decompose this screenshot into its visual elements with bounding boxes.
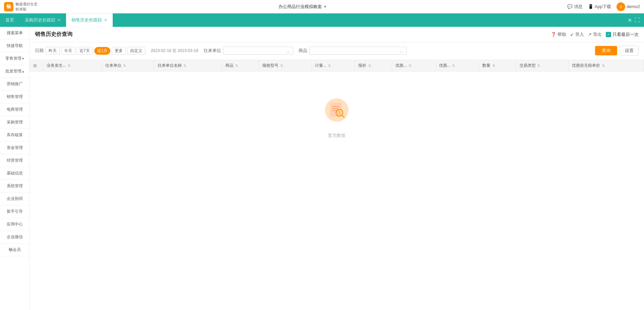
partner-input-dots[interactable]: ... bbox=[286, 48, 290, 53]
th-biz-date: 业务发生... ⇅ bbox=[43, 60, 102, 71]
sidebar-item-search-menu[interactable]: 搜索菜单 bbox=[0, 27, 29, 40]
sidebar-item-purchase-mgmt[interactable]: 采购管理 bbox=[0, 116, 29, 129]
empty-image: ? bbox=[322, 98, 352, 128]
partner-filter: 往来单位 ... bbox=[204, 47, 293, 55]
th-discount1: 优惠... ⇅ bbox=[392, 60, 436, 71]
checkbox-icon: ✓ bbox=[606, 32, 611, 37]
sidebar-item-member[interactable]: 畅会员 bbox=[0, 244, 29, 256]
sidebar-item-inventory[interactable]: 库存核算 bbox=[0, 129, 29, 142]
tab-purchase-history[interactable]: 采购历史价跟踪 ✕ bbox=[19, 13, 66, 27]
dropdown-arrow-icon[interactable]: ▾ bbox=[324, 4, 326, 9]
tab-purchase-close-icon[interactable]: ✕ bbox=[57, 18, 61, 22]
tab-sales-close-icon[interactable]: ✕ bbox=[104, 18, 107, 22]
sort-discount2-icon[interactable]: ⇅ bbox=[452, 64, 455, 67]
user-area[interactable]: d demo2 bbox=[616, 2, 640, 11]
tab-sales-history-label: 销售历史价跟踪 bbox=[71, 17, 102, 23]
tab-home-label: 首页 bbox=[5, 17, 14, 23]
tab-home[interactable]: 首页 bbox=[0, 13, 19, 27]
th-price: 报价 ⇅ bbox=[355, 60, 392, 71]
th-partner-code: 往来单位 ⇅ bbox=[102, 60, 154, 71]
sidebar-item-ops-mgmt[interactable]: 经营管理 bbox=[0, 154, 29, 167]
avatar: d bbox=[616, 2, 625, 11]
sort-qty-icon[interactable]: ⇅ bbox=[492, 64, 495, 67]
date-btn-more[interactable]: 更多 bbox=[112, 47, 126, 55]
product-filter: 商品 ... bbox=[299, 47, 407, 55]
setting-button[interactable]: 设置 bbox=[620, 46, 639, 56]
app-download-btn[interactable]: 📱 App下载 bbox=[588, 4, 611, 10]
empty-state: ? 暂无数据 bbox=[30, 71, 644, 165]
svg-text:?: ? bbox=[338, 111, 340, 115]
page-header: 销售历史价查询 ❓ 帮助 ↙ 导入 ↗ 导出 ✓ bbox=[30, 27, 644, 42]
last-once-checkbox-item[interactable]: ✓ 只看最后一次 bbox=[606, 32, 639, 38]
empty-illustration: ? bbox=[327, 100, 347, 120]
tab-sales-history[interactable]: 销售历史价跟踪 ✕ bbox=[66, 13, 113, 27]
sidebar-item-guide[interactable]: 新手引导 bbox=[0, 205, 29, 218]
table-header: ⚙ 业务发生... ⇅ 往来单位 ⇅ 往来单位名称 ⇅ bbox=[30, 60, 644, 71]
date-btn-today[interactable]: 今天 bbox=[61, 47, 75, 55]
sidebar-item-basic-info[interactable]: 基础信息 bbox=[0, 167, 29, 180]
app-label: App下载 bbox=[595, 4, 611, 10]
partner-input-wrapper: ... bbox=[223, 47, 293, 55]
message-label: 消息 bbox=[574, 4, 583, 10]
sidebar-item-ecomm-mgmt[interactable]: 电商管理 bbox=[0, 103, 29, 116]
product-input-dots[interactable]: ... bbox=[399, 48, 404, 53]
sort-partner-name-icon[interactable]: ⇅ bbox=[183, 64, 186, 67]
top-bar: 畅 畅捷通好生意 标准版 办公用品行业模拟账套 ▾ 💬 消息 📱 App下载 d… bbox=[0, 0, 644, 13]
table-body: ? 暂无数据 bbox=[30, 71, 644, 166]
help-icon: ❓ bbox=[551, 32, 556, 37]
sidebar-item-sys-mgmt[interactable]: 系统管理 bbox=[0, 180, 29, 193]
top-bar-center: 办公用品行业模拟账套 ▾ bbox=[278, 4, 326, 10]
query-button[interactable]: 查询 bbox=[595, 46, 617, 55]
empty-text: 暂无数据 bbox=[328, 133, 345, 139]
sort-biz-date-icon[interactable]: ⇅ bbox=[68, 64, 70, 67]
sort-price-icon[interactable]: ⇅ bbox=[368, 64, 371, 67]
sidebar-item-marketing[interactable]: 营销推广 bbox=[0, 78, 29, 91]
sidebar-item-wholesale-mgmt[interactable]: 批发管理 ▴ bbox=[0, 65, 29, 78]
sidebar-item-retail-mgmt[interactable]: 零售管理 ▾ bbox=[0, 52, 29, 65]
sidebar-item-enterprise-coop[interactable]: 企业协同 bbox=[0, 193, 29, 205]
date-btn-yesterday[interactable]: 昨天 bbox=[46, 47, 60, 55]
sort-trade-type-icon[interactable]: ⇅ bbox=[537, 64, 540, 67]
import-label: 导入 bbox=[575, 32, 584, 38]
date-btn-last7[interactable]: 近7天 bbox=[76, 47, 93, 55]
product-input-wrapper: ... bbox=[309, 47, 407, 55]
sidebar-item-sales-mgmt[interactable]: 销售管理 bbox=[0, 91, 29, 103]
sort-discount1-icon[interactable]: ⇅ bbox=[409, 64, 411, 67]
partner-input[interactable] bbox=[226, 48, 286, 53]
help-btn[interactable]: ❓ 帮助 bbox=[551, 32, 566, 38]
message-btn[interactable]: 💬 消息 bbox=[567, 4, 583, 10]
filter-row: 日期 昨天 今天 近7天 近1月 更多 自定义 2023-02-18 至 202… bbox=[35, 46, 639, 56]
tab-bar-actions: ✕ ⛶ bbox=[628, 17, 644, 23]
help-label: 帮助 bbox=[557, 32, 566, 38]
gear-icon[interactable]: ⚙ bbox=[33, 63, 37, 68]
date-btn-last1m[interactable]: 近1月 bbox=[94, 47, 111, 55]
import-icon: ↙ bbox=[570, 32, 574, 37]
data-table: ⚙ 业务发生... ⇅ 往来单位 ⇅ 往来单位名称 ⇅ bbox=[30, 60, 644, 165]
date-filter-label: 日期 bbox=[35, 48, 44, 54]
date-buttons: 昨天 今天 近7天 近1月 更多 自定义 bbox=[46, 47, 145, 55]
table-container: ⚙ 业务发生... ⇅ 往来单位 ⇅ 往来单位名称 ⇅ bbox=[30, 60, 644, 310]
sidebar-item-quick-nav[interactable]: 快捷导航 bbox=[0, 40, 29, 52]
export-label: 导出 bbox=[593, 32, 602, 38]
th-unit: 计量... ⇅ bbox=[311, 60, 355, 71]
product-input[interactable] bbox=[312, 48, 399, 53]
sort-pretax-price-icon[interactable]: ⇅ bbox=[602, 64, 605, 67]
svg-line-5 bbox=[342, 115, 344, 117]
sort-partner-code-icon[interactable]: ⇅ bbox=[123, 64, 126, 67]
date-range-display: 2023-02-18 至 2023-03-18 bbox=[151, 48, 198, 54]
date-btn-custom[interactable]: 自定义 bbox=[127, 47, 145, 55]
sort-spec-icon[interactable]: ⇅ bbox=[280, 64, 283, 67]
sort-product-icon[interactable]: ⇅ bbox=[235, 64, 238, 67]
th-discount2: 优惠... ⇅ bbox=[435, 60, 479, 71]
svg-rect-1 bbox=[332, 106, 339, 107]
checkbox-label: 只看最后一次 bbox=[612, 32, 639, 38]
tab-close-action-icon[interactable]: ✕ bbox=[628, 17, 632, 23]
sidebar-item-finance-mgmt[interactable]: 资金管理 bbox=[0, 142, 29, 154]
sort-unit-icon[interactable]: ⇅ bbox=[328, 64, 331, 67]
import-btn[interactable]: ↙ 导入 bbox=[570, 32, 584, 38]
tab-maximize-icon[interactable]: ⛶ bbox=[635, 17, 640, 23]
sidebar-item-enterprise-wechat[interactable]: 企业微信 bbox=[0, 231, 29, 244]
logo-icon: 畅 bbox=[4, 2, 13, 11]
export-btn[interactable]: ↗ 导出 bbox=[588, 32, 602, 38]
sidebar-item-app-center[interactable]: 应用中心 bbox=[0, 218, 29, 231]
